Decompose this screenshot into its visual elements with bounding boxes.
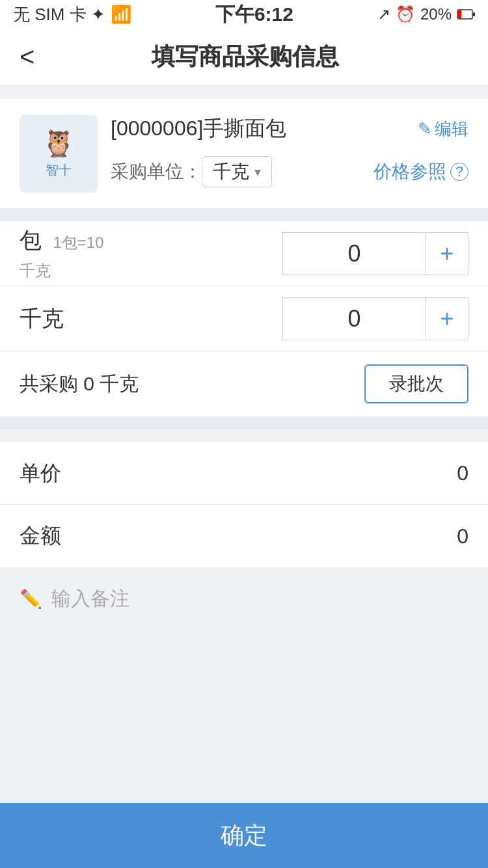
bag-label: 包 1包=10千克	[20, 226, 111, 281]
page-title: 填写商品采购信息	[47, 41, 442, 73]
amount-row: 金额 0	[0, 505, 488, 567]
alarm-icon: ⏰	[396, 5, 415, 23]
location-icon: ↗	[377, 5, 390, 23]
bag-input-row: 包 1包=10千克 +	[0, 221, 488, 286]
back-button[interactable]: <	[20, 42, 34, 72]
wifi-icon: 📶	[111, 5, 131, 25]
bag-input-section: 包 1包=10千克 + 千克 + 共采购 0 千克 录批次	[0, 221, 488, 416]
bag-label-main: 包	[20, 228, 42, 252]
unit-price-label: 单价	[20, 459, 61, 488]
amount-label: 金额	[20, 522, 61, 550]
kg-quantity-input[interactable]	[282, 297, 426, 340]
edit-button[interactable]: ✎ 编辑	[418, 118, 468, 141]
svg-rect-1	[473, 12, 475, 16]
unit-value: 千克	[213, 159, 249, 184]
notes-placeholder: 输入备注	[51, 586, 129, 612]
bag-plus-button[interactable]: +	[426, 232, 468, 275]
amount-value: 0	[457, 524, 468, 549]
unit-dropdown[interactable]: 千克 ▾	[202, 156, 272, 187]
battery-percent: 20%	[420, 5, 452, 23]
status-time: 下午6:12	[215, 1, 293, 28]
status-left: 无 SIM 卡 ✦ 📶	[13, 3, 131, 26]
edit-icon: ✎	[418, 119, 432, 139]
product-logo: 🦉	[42, 128, 75, 159]
unit-price-row: 单价 0	[0, 442, 488, 505]
bag-input-wrap: +	[111, 232, 468, 275]
edit-label: 编辑	[435, 118, 468, 141]
chevron-down-icon: ▾	[254, 164, 261, 180]
kg-label: 千克	[20, 304, 111, 334]
product-name: [0000006]手撕面包	[111, 115, 286, 143]
nav-bar: < 填写商品采购信息	[0, 29, 488, 86]
svg-rect-2	[458, 10, 461, 18]
notes-section[interactable]: ✏️ 输入备注	[0, 567, 488, 631]
product-name-row: [0000006]手撕面包 ✎ 编辑	[111, 115, 468, 143]
status-right: ↗ ⏰ 20%	[377, 5, 475, 23]
price-section: 单价 0 金额 0	[0, 442, 488, 567]
help-icon: ?	[450, 163, 468, 181]
product-card: 🦉 智十 [0000006]手撕面包 ✎ 编辑 采购单位： 千克 ▾ 价格参照 …	[0, 99, 488, 208]
pencil-icon: ✏️	[20, 588, 42, 610]
product-logo-text: 智十	[46, 161, 72, 179]
price-reference-button[interactable]: 价格参照 ?	[373, 159, 468, 184]
product-info: [0000006]手撕面包 ✎ 编辑 采购单位： 千克 ▾ 价格参照 ?	[111, 115, 468, 187]
confirm-button[interactable]: 确定	[0, 803, 488, 868]
kg-input-wrap: +	[111, 297, 468, 340]
status-bar: 无 SIM 卡 ✦ 📶 下午6:12 ↗ ⏰ 20%	[0, 0, 488, 29]
bag-quantity-input[interactable]	[282, 232, 426, 275]
unit-row: 采购单位： 千克 ▾ 价格参照 ?	[111, 156, 468, 187]
kg-input-row: 千克 +	[0, 286, 488, 351]
sim-status: 无 SIM 卡 ✦	[13, 3, 105, 26]
product-thumbnail: 🦉 智十	[20, 115, 98, 193]
section-divider	[0, 208, 488, 221]
record-batch-button[interactable]: 录批次	[364, 364, 468, 403]
summary-row: 共采购 0 千克 录批次	[0, 351, 488, 416]
battery-icon	[457, 9, 475, 20]
price-ref-label: 价格参照	[373, 159, 446, 184]
kg-plus-button[interactable]: +	[426, 297, 468, 340]
unit-price-value: 0	[457, 461, 468, 485]
confirm-label: 确定	[221, 820, 267, 852]
section-divider-2	[0, 416, 488, 429]
total-purchase-text: 共采购 0 千克	[20, 371, 139, 398]
unit-label: 采购单位：	[111, 159, 202, 184]
